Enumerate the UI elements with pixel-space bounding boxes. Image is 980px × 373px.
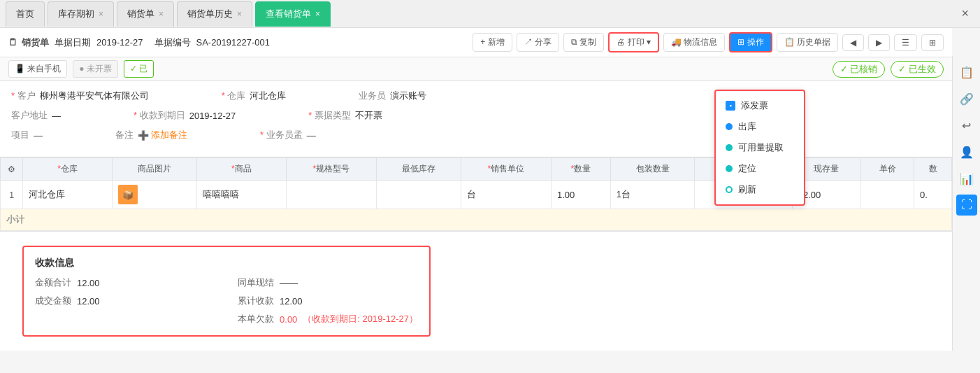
no-value: SA-20191227-001 [196, 37, 271, 48]
tab-inventory-close[interactable]: × [99, 9, 103, 19]
ticket-value: 不开票 [355, 109, 382, 122]
secondary-toolbar: 📱 来自手机 ● 未开票 ✓ 已 ✓ 已核销 ✓ 已生效 [0, 57, 952, 81]
deal-value: 12.00 [77, 296, 100, 307]
copy-button[interactable]: ⧉ 复制 [563, 33, 604, 52]
tab-history[interactable]: 销货单历史 × [177, 1, 252, 27]
payment-title: 收款信息 [35, 257, 418, 269]
operation-button[interactable]: ⊞ 操作 [729, 32, 772, 52]
th-unit: *销售单位 [461, 158, 551, 181]
row-num: 1 [1, 181, 23, 209]
customer-field: 客户 柳州粤港平安气体有限公司 [11, 90, 149, 102]
tab-view-sales-close[interactable]: × [315, 9, 320, 19]
menu-outbound[interactable]: 出库 [716, 116, 804, 137]
product-table-wrapper: ⚙ *仓库 商品图片 *商品 *规格型号 最低库存 *销售单位 *数量 包装数量… [0, 157, 952, 232]
view-toggle-list[interactable]: ☰ [894, 34, 917, 51]
payment-col-right: 同单现结 —— 累计收款 12.00 本单欠款 0.00 （收款到期日: 201… [238, 276, 418, 325]
customer-value: 柳州粤港平安气体有限公司 [40, 90, 149, 102]
nav-next[interactable]: ▶ [868, 34, 890, 51]
menu-available-qty[interactable]: 可用量提取 [716, 137, 804, 158]
tab-inventory[interactable]: 库存期初 × [48, 1, 114, 27]
th-product: *商品 [196, 158, 286, 181]
sidebar-icon-chart[interactable]: 📊 [956, 168, 977, 189]
main-content: 🗒 销货单 单据日期 2019-12-27 单据编号 SA-20191227-0… [0, 28, 980, 351]
history-docs-button[interactable]: 📋 历史单据 [777, 33, 838, 52]
employee-field: 业务员 演示账号 [359, 90, 426, 102]
total-value: 12.00 [77, 278, 100, 288]
refresh-label: 刷新 [738, 183, 756, 196]
add-note-icon: ➕ [138, 130, 149, 141]
row-product: 嘻嘻嘻嘻 [196, 181, 286, 209]
effect-status: ✓ 已生效 [891, 61, 944, 78]
outbound-icon [726, 123, 733, 130]
warehouse-value: 河北仓库 [250, 90, 286, 102]
main-toolbar: 🗒 销货单 单据日期 2019-12-27 单据编号 SA-20191227-0… [0, 28, 952, 57]
add-note-button[interactable]: ➕ 添加备注 [138, 129, 187, 141]
sidebar-icon-user[interactable]: 👤 [956, 141, 977, 162]
payment-row-cumulative: 累计收款 12.00 [238, 295, 418, 307]
subtotal-label: 小计 [1, 209, 952, 231]
tab-home[interactable]: 首页 [6, 1, 45, 27]
product-image: 📦 [118, 185, 138, 204]
menu-add-invoice[interactable]: ▪ 添发票 [716, 95, 804, 116]
project-value: — [34, 130, 43, 141]
cumulative-value: 12.00 [280, 296, 303, 307]
add-invoice-icon: ▪ [726, 101, 735, 111]
sales-label: 业务员孟 [260, 129, 303, 141]
doc-area: 🗒 销货单 单据日期 2019-12-27 单据编号 SA-20191227-0… [0, 28, 952, 351]
available-qty-icon-wrap [726, 144, 733, 151]
total-label: 金额合计 [35, 276, 71, 289]
tab-history-label: 销货单历史 [187, 8, 233, 20]
th-product-img: 商品图片 [113, 158, 197, 181]
tab-sales[interactable]: 销货单 × [117, 1, 174, 27]
due-date-label: 收款到期日 [134, 109, 185, 122]
add-button[interactable]: + 新增 [473, 33, 512, 52]
sidebar-icon-link[interactable]: 🔗 [956, 88, 977, 109]
date-label: 单据日期 [55, 36, 91, 49]
doc-type-label: 销货单 [22, 36, 49, 49]
menu-refresh[interactable]: 刷新 [716, 179, 804, 200]
share-button[interactable]: ↗ 分享 [517, 33, 559, 52]
settle-label: 同单现结 [238, 276, 274, 289]
sold-status: ✓ 已核销 [833, 61, 886, 78]
payment-row-overdue: 本单欠款 0.00 （收款到期日: 2019-12-27） [238, 313, 418, 325]
outbound-icon-wrap [726, 123, 733, 130]
payment-row-settle: 同单现结 —— [238, 276, 418, 289]
not-invoiced-button[interactable]: ● 未开票 [73, 60, 118, 78]
form-area: 客户 柳州粤港平安气体有限公司 仓库 河北仓库 业务员 演示账号 客户地址 — [0, 81, 952, 157]
refresh-icon-wrap [726, 186, 733, 193]
tab-sales-close[interactable]: × [159, 9, 164, 19]
tab-history-close[interactable]: × [237, 9, 242, 19]
sidebar-icon-back[interactable]: ↩ [956, 115, 977, 136]
print-button[interactable]: 🖨 打印 ▾ [608, 32, 659, 52]
subtotal-row: 小计 [1, 209, 952, 231]
row-amount: 0. [914, 181, 952, 209]
tab-view-sales[interactable]: 查看销货单 × [255, 1, 331, 27]
customer-label: 客户 [11, 90, 36, 102]
sidebar-icon-expand[interactable]: ⛶ [956, 195, 977, 216]
th-pkg-qty: 包装数量 [610, 158, 695, 181]
address-label: 客户地址 [11, 109, 48, 122]
sidebar-icon-doc[interactable]: 📋 [956, 62, 977, 83]
settle-value: —— [280, 278, 298, 288]
row-warehouse: 河北仓库 [23, 181, 113, 209]
window-close[interactable]: × [956, 6, 974, 21]
th-spec: *规格型号 [286, 158, 376, 181]
th-settings[interactable]: ⚙ [1, 158, 23, 181]
cumulative-label: 累计收款 [238, 295, 274, 307]
no-label: 单据编号 [154, 36, 191, 49]
outbound-label: 出库 [738, 120, 756, 133]
menu-locate[interactable]: 定位 [716, 158, 804, 179]
ticket-label: 票据类型 [308, 109, 351, 122]
overdue-label: 本单欠款 [238, 313, 274, 325]
row-spec [286, 181, 376, 209]
row-product-img: 📦 [113, 181, 197, 209]
payment-grid: 金额合计 12.00 成交金额 12.00 同单现结 —— [35, 276, 418, 325]
row-price [861, 181, 914, 209]
checked-button[interactable]: ✓ 已 [124, 60, 154, 78]
logistics-button[interactable]: 🚚 物流信息 [663, 33, 725, 52]
nav-prev[interactable]: ◀ [842, 34, 864, 51]
deal-label: 成交金额 [35, 295, 71, 307]
view-toggle-grid[interactable]: ⊞ [921, 34, 944, 51]
from-mobile-button[interactable]: 📱 来自手机 [8, 60, 67, 78]
tab-inventory-label: 库存期初 [58, 8, 94, 20]
